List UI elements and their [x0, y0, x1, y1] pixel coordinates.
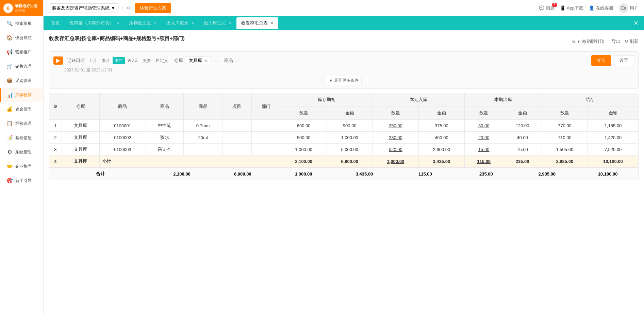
cell-project — [222, 132, 251, 144]
tab-summary[interactable]: 出入库汇总✕ — [199, 17, 236, 29]
message-item[interactable]: 💬 消息 6 — [539, 5, 555, 11]
warehouse-tag-remove[interactable]: ✕ — [204, 58, 208, 63]
system-title-select[interactable]: 装备及固定资产辅助管理系统 ▼ — [49, 3, 118, 13]
date-range-text: 2023-01-01 至 2023-12-31 — [64, 68, 112, 72]
cell-out-qty[interactable]: 80.00 — [464, 120, 503, 132]
date-shortcut-4[interactable]: 更多 — [141, 57, 153, 64]
table-footer: 合计 2,100.00 6,900.00 1,000.00 3,435.00 1… — [49, 167, 638, 180]
cell-out-amt: 75.00 — [503, 144, 542, 155]
cell-closing-qty: 710.00 — [542, 132, 588, 144]
main-content: 装备及固定资产辅助管理系统 ▼ ⚙ 体验行业方案 💬 消息 6 📱 App下载 … — [44, 0, 644, 314]
print-button[interactable]: 🖨 ▼ 核销版打印 — [571, 38, 604, 45]
sub-warehouse: 文具库 — [62, 155, 100, 167]
data-table: ⚙ 仓库 商品 商品 商品 项目 部门 库存期初 本期入库 本期出库 结存 — [49, 93, 638, 167]
table-settings-icon[interactable]: ⚙ — [53, 104, 57, 109]
sidebar-item-guide[interactable]: 🎯新手引导 — [0, 173, 43, 188]
tab-home[interactable]: 首页 — [46, 17, 65, 29]
cell-in-qty-val[interactable]: 230.00 — [389, 135, 402, 140]
nav-icon-sales: 🛒 — [6, 63, 13, 69]
cell-goods-code: 0100003 — [100, 144, 146, 155]
cell-out-qty-val[interactable]: 80.00 — [478, 123, 490, 128]
online-service-item[interactable]: 👤 在线客服 — [589, 5, 613, 11]
warehouse-more-btn[interactable]: ... — [214, 57, 220, 64]
date-shortcut-2[interactable]: 本年 — [113, 57, 125, 64]
top-header: 装备及固定资产辅助管理系统 ▼ ⚙ 体验行业方案 💬 消息 6 📱 App下载 … — [44, 0, 644, 16]
sidebar-item-inventory[interactable]: 📊库存核算 — [0, 88, 43, 102]
service-icon: 👤 — [589, 5, 594, 11]
cell-out-qty-val[interactable]: 15.00 — [478, 147, 490, 152]
settings-icon[interactable]: ⚙ — [127, 5, 131, 11]
filter-toggle-btn[interactable]: ▶ — [53, 56, 63, 65]
export-button[interactable]: ↑ 导出 — [608, 38, 621, 45]
sub-in-qty-val[interactable]: 1,000.00 — [387, 159, 404, 164]
footer-closing-amt: 10,100.00 — [577, 171, 638, 177]
sidebar-item-basic[interactable]: 📝基础信息 — [0, 131, 43, 145]
header-left: 装备及固定资产辅助管理系统 ▼ ⚙ 体验行业方案 — [49, 3, 171, 13]
refresh-button[interactable]: ↻ 刷新 — [625, 38, 639, 45]
cell-out-qty-val[interactable]: 20.00 — [478, 135, 490, 140]
date-shortcut-3[interactable]: 近7天 — [126, 57, 140, 64]
setting-button[interactable]: 设置 — [614, 55, 634, 66]
sub-out-qty-val[interactable]: 115.00 — [477, 159, 491, 164]
sub-opening-qty: 2,100.00 — [281, 155, 327, 167]
cell-in-qty[interactable]: 230.00 — [373, 132, 418, 144]
tab-close-summary[interactable]: ✕ — [229, 21, 232, 26]
cell-opening-qty: 500.00 — [281, 132, 327, 144]
cell-project — [222, 144, 251, 155]
th-settings[interactable]: ⚙ — [49, 93, 62, 120]
nav-icon-operation: 📋 — [6, 120, 13, 127]
cell-in-qty[interactable]: 250.00 — [373, 120, 418, 132]
cell-in-amt: 375.00 — [418, 120, 464, 132]
user-item[interactable]: Ea 用户 — [619, 3, 639, 13]
tab-stock[interactable]: 现存量（库存分布表）✕ — [65, 17, 124, 29]
sidebar-item-operation[interactable]: 📋经营管理 — [0, 116, 43, 131]
th-closing-qty: 数量 — [542, 106, 588, 120]
date-shortcut-1[interactable]: 本月 — [100, 57, 112, 64]
cell-in-qty[interactable]: 520.00 — [373, 144, 418, 155]
sidebar-item-purchase[interactable]: 📦采购管理 — [0, 73, 43, 88]
tab-batch[interactable]: 库存批次账✕ — [124, 17, 162, 29]
cell-warehouse: 文具库 — [62, 144, 100, 155]
tab-close-batch[interactable]: ✕ — [154, 21, 157, 26]
goods-label: 商品 — [224, 57, 233, 64]
date-shortcut-5[interactable]: 自定义 — [154, 57, 170, 64]
sidebar-item-quicknav[interactable]: 🏠快捷导航 — [0, 31, 43, 45]
goods-more-btn[interactable]: ... — [236, 57, 242, 64]
footer-out-qty: 115.00 — [395, 171, 456, 177]
footer-opening-amt: 6,900.00 — [212, 171, 273, 177]
page-title: 收发存汇总表(按仓库+商品编码+商品+规格型号+项目+部门) — [49, 35, 185, 42]
sub-out-qty[interactable]: 115.00 — [464, 155, 503, 167]
cell-goods-spec: 20ml — [184, 132, 222, 144]
cell-out-qty[interactable]: 15.00 — [464, 144, 503, 155]
query-button[interactable]: 查询 — [591, 55, 611, 66]
date-shortcuts: 上月本月本年近7天更多自定义 — [87, 57, 170, 64]
trial-button[interactable]: 体验行业方案 — [135, 3, 171, 13]
th-closing-group: 结存 — [542, 93, 638, 106]
sidebar-item-system[interactable]: ⚙系统管理 — [0, 145, 43, 159]
sidebar-item-marketing[interactable]: 📢营销推广 — [0, 45, 43, 59]
tab-bar-close-btn[interactable]: ✕ — [631, 19, 641, 27]
sidebar-item-search[interactable]: 🔍搜索菜单 — [0, 16, 43, 31]
tab-receipt[interactable]: 收发存汇总表✕ — [236, 17, 278, 29]
tab-close-stock[interactable]: ✕ — [116, 21, 119, 26]
th-department: 部门 — [251, 93, 281, 120]
message-badge: 6 — [552, 3, 557, 7]
sidebar-item-finance[interactable]: 💰资金管理 — [0, 102, 43, 116]
tab-label-flow: 出入库流水 — [166, 20, 188, 26]
print-dropdown-icon: ▼ — [577, 39, 581, 44]
warehouse-tag[interactable]: 文具库 ✕ — [186, 56, 211, 65]
sidebar-item-collab[interactable]: 🤝企业协同 — [0, 159, 43, 173]
tab-close-flow[interactable]: ✕ — [191, 21, 194, 26]
tab-flow[interactable]: 出入库流水✕ — [162, 17, 199, 29]
cell-in-qty-val[interactable]: 520.00 — [389, 147, 402, 152]
tab-close-receipt[interactable]: ✕ — [270, 21, 274, 26]
date-shortcut-0[interactable]: 上月 — [87, 57, 99, 64]
cell-department — [251, 132, 281, 144]
cell-out-qty[interactable]: 20.00 — [464, 132, 503, 144]
sub-in-qty[interactable]: 1,000.00 — [373, 155, 418, 167]
sidebar-item-sales[interactable]: 🛒销售管理 — [0, 59, 43, 73]
export-icon: ↑ — [608, 39, 611, 44]
cell-in-qty-val[interactable]: 250.00 — [389, 123, 402, 128]
expand-conditions-btn[interactable]: ▼ 展开更多条件 — [326, 76, 362, 85]
app-download-item[interactable]: 📱 App下载 — [560, 5, 583, 11]
